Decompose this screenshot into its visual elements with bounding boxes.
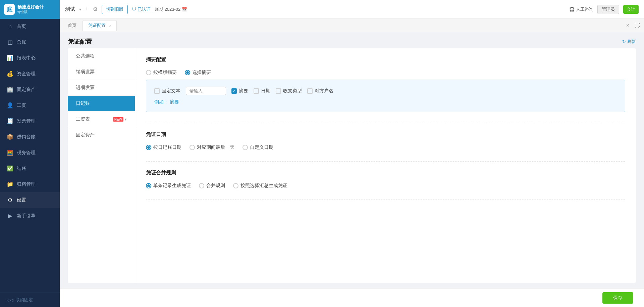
radio-template[interactable]: 按模版摘要 <box>146 70 177 76</box>
fixed-text-checkbox[interactable]: 固定文本 <box>154 88 180 94</box>
cancel-fixed-button[interactable]: ◁◁ 取消固定 <box>0 293 60 307</box>
sidebar-item-guide[interactable]: ▶ 新手引导 <box>0 208 60 224</box>
tab-close-icon[interactable]: × <box>109 24 111 28</box>
sidebar-item-reports[interactable]: 📊 报表中心 <box>0 50 60 66</box>
new-badge: NEW <box>113 117 123 122</box>
sidebar: 账 畅捷通好会计 专业版 ⌂ 首页 ◫ 总账 📊 报表中心 💰 资金管理 🏢 固… <box>0 0 60 307</box>
left-nav-journal-label: 日记账 <box>76 100 90 106</box>
refresh-icon: ↻ <box>622 39 626 44</box>
bottom-bar: 保存 <box>60 288 644 307</box>
left-nav-payroll-table[interactable]: 工资表 NEW ▾ <box>68 112 135 127</box>
calendar-icon[interactable]: 📅 <box>182 7 187 12</box>
sidebar-item-label: 报表中心 <box>17 55 36 61</box>
fixed-text-input[interactable] <box>186 87 226 95</box>
summary-checkbox[interactable]: 摘要 <box>231 88 248 94</box>
counterpart-checkbox-box <box>307 88 313 94</box>
radio-merge-rule[interactable]: 合并规则 <box>199 183 225 189</box>
radio-period-last[interactable]: 对应期间最后一天 <box>190 144 234 150</box>
settings-icon: ⚙ <box>7 197 13 203</box>
tab-home[interactable]: 首页 <box>62 20 82 31</box>
radio-select-merge-circle <box>233 183 238 188</box>
switch-old-version-button[interactable]: 切到旧版 <box>102 5 128 14</box>
refresh-label: 刷新 <box>627 39 636 45</box>
app-logo-icon: 账 <box>4 4 15 15</box>
sidebar-item-label: 总账 <box>17 39 26 45</box>
archive-icon: 📁 <box>7 181 13 187</box>
summary-checkbox-box <box>231 88 237 94</box>
sidebar-item-home[interactable]: ⌂ 首页 <box>0 19 60 34</box>
shield-icon: 🛡 <box>132 7 136 12</box>
sidebar-item-invoice[interactable]: 🧾 发票管理 <box>0 113 60 129</box>
sidebar-nav: ⌂ 首页 ◫ 总账 📊 报表中心 💰 资金管理 🏢 固定资产 👤 工资 🧾 发票… <box>0 19 60 293</box>
sidebar-item-ledger[interactable]: ◫ 总账 <box>0 34 60 50</box>
tabbar: 首页 凭证配置 × × ⛶ <box>60 19 644 32</box>
guide-icon: ▶ <box>7 213 13 219</box>
counterpart-checkbox[interactable]: 对方户名 <box>307 88 333 94</box>
sidebar-item-funds[interactable]: 💰 资金管理 <box>0 66 60 82</box>
radio-journal-date[interactable]: 按日记账日期 <box>146 144 181 150</box>
radio-journal-date-label: 按日记账日期 <box>153 144 181 150</box>
date-section-title: 凭证日期 <box>146 131 625 138</box>
sidebar-item-label: 新手引导 <box>17 213 36 219</box>
divider-2 <box>146 161 625 162</box>
app-sub: 专业版 <box>17 10 44 14</box>
consultant-label: 人工咨询 <box>576 6 593 12</box>
headset-icon: 🎧 <box>569 7 575 12</box>
sidebar-item-payroll[interactable]: 👤 工资 <box>0 97 60 113</box>
sidebar-item-label: 资金管理 <box>17 71 36 77</box>
radio-merge-rule-circle <box>199 183 204 188</box>
fixed-text-checkbox-box <box>154 88 160 94</box>
sidebar-item-label: 归档管理 <box>17 181 36 187</box>
divider-1 <box>146 123 625 123</box>
tab-actions: × ⛶ <box>625 21 641 30</box>
left-nav-purchase-invoice[interactable]: 进项发票 <box>68 80 135 96</box>
example-text: 例如： 摘要 <box>154 99 617 105</box>
refresh-button[interactable]: ↻ 刷新 <box>622 39 636 45</box>
company-chevron-icon[interactable]: ▾ <box>79 7 81 12</box>
radio-single-label: 单条记录生成凭证 <box>153 183 191 189</box>
verified-label: 已认证 <box>138 6 151 12</box>
payment-type-checkbox[interactable]: 收支类型 <box>276 88 302 94</box>
radio-custom-date[interactable]: 自定义日期 <box>243 144 273 150</box>
left-nav-sales-invoice[interactable]: 销项发票 <box>68 64 135 80</box>
radio-select[interactable]: 选择摘要 <box>185 70 211 76</box>
merge-section-title: 凭证合并规则 <box>146 170 625 176</box>
add-company-button[interactable]: + <box>85 6 89 13</box>
sidebar-item-sales[interactable]: 📦 进销台账 <box>0 129 60 145</box>
left-nav-fixed-assets[interactable]: 固定资产 <box>68 127 135 143</box>
topbar-settings-icon[interactable]: ⚙ <box>93 6 98 12</box>
consultant-button[interactable]: 🎧 人工咨询 <box>569 6 593 12</box>
sidebar-item-label: 工资 <box>17 102 26 108</box>
tab-voucher-config[interactable]: 凭证配置 × <box>83 20 117 31</box>
date-checkbox[interactable]: 日期 <box>254 88 270 94</box>
home-icon: ⌂ <box>7 24 13 30</box>
payment-type-label: 收支类型 <box>283 88 302 94</box>
tax-icon: 🧮 <box>7 149 13 156</box>
left-nav-journal[interactable]: 日记账 <box>68 96 135 112</box>
manager-button[interactable]: 管理员 <box>597 5 619 14</box>
payroll-table-inner: 工资表 NEW ▾ <box>76 116 127 122</box>
cancel-fixed-label: 取消固定 <box>15 297 33 303</box>
tab-home-label: 首页 <box>68 23 76 29</box>
summary-section-title: 摘要配置 <box>146 56 625 63</box>
sidebar-item-label: 进销台账 <box>17 134 36 140</box>
radio-single[interactable]: 单条记录生成凭证 <box>146 183 191 189</box>
app-name: 畅捷通好会计 <box>17 4 44 10</box>
expand-icon[interactable]: ⛶ <box>633 21 641 30</box>
sidebar-item-settings[interactable]: ⚙ 设置 <box>0 192 60 208</box>
radio-select-merge[interactable]: 按照选择汇总生成凭证 <box>233 183 287 189</box>
date-section: 凭证日期 按日记账日期 对应期间最后一天 自定义日期 <box>146 131 625 150</box>
left-nav-public[interactable]: 公共选项 <box>68 48 135 64</box>
period-info: 账期 2023-02 📅 <box>155 6 187 12</box>
role-badge[interactable]: 会计 <box>623 5 639 14</box>
sidebar-item-closing[interactable]: ✅ 结账 <box>0 161 60 176</box>
sidebar-item-assets[interactable]: 🏢 固定资产 <box>0 82 60 97</box>
radio-journal-date-circle <box>146 145 151 150</box>
save-button[interactable]: 保存 <box>602 292 633 304</box>
tab-voucher-label: 凭证配置 <box>88 23 106 29</box>
close-window-icon[interactable]: × <box>625 21 631 30</box>
radio-merge-rule-label: 合并规则 <box>206 183 225 189</box>
summary-config-box: 固定文本 摘要 日期 <box>146 80 625 112</box>
sidebar-item-archive[interactable]: 📁 归档管理 <box>0 176 60 192</box>
sidebar-item-tax[interactable]: 🧮 税务管理 <box>0 145 60 161</box>
